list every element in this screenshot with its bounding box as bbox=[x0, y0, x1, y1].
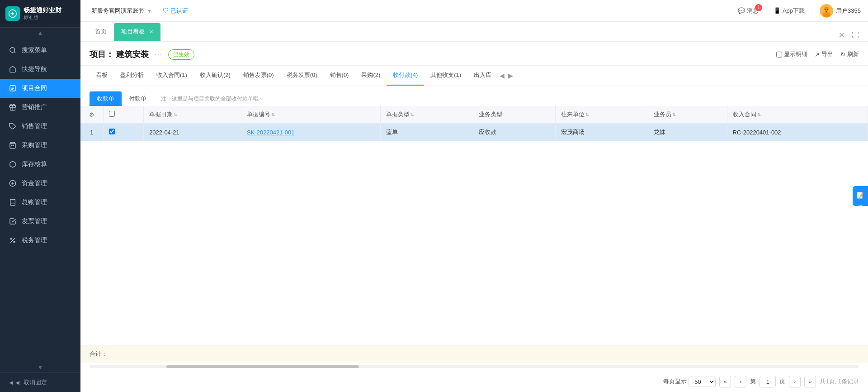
sub-tab-kanban[interactable]: 看板 bbox=[90, 66, 114, 86]
cell-number[interactable]: SK-20220421-001 bbox=[241, 124, 381, 141]
sidebar-item-finance[interactable]: 资金管理 bbox=[0, 174, 80, 193]
project-more-btn[interactable]: ··· bbox=[154, 50, 163, 58]
sub-tab-other-expense[interactable]: 其他收支(1) bbox=[424, 66, 467, 86]
scrollbar-row bbox=[80, 363, 868, 371]
tab-close-icon[interactable]: ✕ bbox=[149, 29, 153, 34]
prev-page-btn[interactable]: ‹ bbox=[735, 376, 746, 387]
page-size-dropdown[interactable]: 50 100 200 bbox=[689, 377, 716, 387]
sub-tab-income-contract[interactable]: 收入合同(1) bbox=[150, 66, 193, 86]
sub-tab-purchase[interactable]: 采购(2) bbox=[355, 66, 387, 86]
sub-tab-prev-arrow[interactable]: ◀ bbox=[498, 68, 506, 83]
th-type[interactable]: 单据类型⇅ bbox=[380, 106, 473, 124]
sub-tab-sales-invoice[interactable]: 销售发票(0) bbox=[237, 66, 280, 86]
export-btn[interactable]: ↗ 导出 bbox=[815, 50, 833, 58]
percent-icon bbox=[8, 236, 17, 245]
page-input[interactable] bbox=[760, 376, 776, 387]
table-container[interactable]: ⚙ 单据日期⇅ 单据编号⇅ bbox=[80, 106, 868, 345]
sidebar-item-invoice[interactable]: 发票管理 bbox=[0, 212, 80, 231]
th-date[interactable]: 单据日期⇅ bbox=[144, 106, 241, 124]
prev-page-icon: ‹ bbox=[740, 378, 741, 385]
sidebar-item-quicknav[interactable]: 快捷导航 bbox=[0, 60, 80, 79]
sidebar-item-search[interactable]: 搜索菜单 bbox=[0, 41, 80, 60]
tab-close-window-btn[interactable]: ✕ bbox=[837, 29, 846, 41]
show-detail-checkbox[interactable]: 显示明细 bbox=[776, 50, 807, 58]
message-btn[interactable]: 💬 消息 1 bbox=[738, 7, 759, 15]
sidebar-item-ledger[interactable]: 总账管理 bbox=[0, 193, 80, 212]
horizontal-scrollbar[interactable] bbox=[90, 365, 859, 368]
app-download-btn[interactable]: 📱 App下载 bbox=[774, 7, 805, 15]
pagination: 每页显示 50 100 200 « ‹ 第 bbox=[80, 371, 868, 392]
svg-point-15 bbox=[825, 9, 826, 10]
total-label: 合计： bbox=[90, 350, 107, 357]
sidebar-item-sales[interactable]: 销售管理 bbox=[0, 117, 80, 136]
sidebar-unpin-btn[interactable]: ◄◄ 取消固定 bbox=[0, 373, 80, 392]
table-row[interactable]: 1 2022-04-21 SK-20220421-001 蓝单 应收款 bbox=[80, 124, 868, 141]
refresh-icon: ↻ bbox=[840, 51, 845, 58]
page-wrapper: 项目： 建筑安装 ··· 已生效 显示明细 ↗ 导出 ↻ bbox=[80, 42, 868, 392]
mobile-icon: 📱 bbox=[774, 7, 781, 14]
tab-project-board[interactable]: 项目看板 ✕ bbox=[114, 23, 160, 41]
scrollbar-thumb[interactable] bbox=[166, 365, 359, 368]
th-income-contract[interactable]: 收入合同⇅ bbox=[727, 106, 868, 124]
sub-tab-receipt[interactable]: 收付款(4) bbox=[387, 66, 424, 86]
topbar-right: 💬 消息 1 📱 App下载 bbox=[738, 4, 861, 18]
sidebar-item-tax[interactable]: 税务管理 bbox=[0, 231, 80, 250]
account-dropdown-icon: ▼ bbox=[147, 8, 152, 14]
home-icon bbox=[8, 65, 17, 74]
first-page-btn[interactable]: « bbox=[719, 376, 731, 387]
page-label: 第 bbox=[750, 378, 756, 386]
settings-icon[interactable]: ⚙ bbox=[89, 111, 94, 118]
sub-tab-tax-invoice[interactable]: 税务发票(0) bbox=[280, 66, 324, 86]
contract-icon bbox=[8, 84, 17, 93]
feedback-btn[interactable]: 📝 意见反馈 bbox=[853, 186, 868, 206]
inner-tab-payment[interactable]: 付款单 bbox=[122, 91, 154, 106]
show-detail-label: 显示明细 bbox=[784, 50, 807, 58]
sidebar-item-inventory[interactable]: 库存核算 bbox=[0, 155, 80, 174]
tab-home[interactable]: 首页 bbox=[88, 23, 114, 41]
th-number[interactable]: 单据编号⇅ bbox=[241, 106, 381, 124]
sub-tab-sales[interactable]: 销售(0) bbox=[324, 66, 355, 86]
book-icon bbox=[8, 198, 17, 207]
app-edition: 标准版 bbox=[24, 14, 61, 21]
table-header-row: ⚙ 单据日期⇅ 单据编号⇅ bbox=[80, 106, 868, 124]
sidebar-item-purchase[interactable]: 采购管理 bbox=[0, 136, 80, 155]
inner-tabs: 收款单 付款单 注：这里是与项目关联的全部收付款单哦～ bbox=[80, 86, 868, 106]
project-label: 项目： bbox=[90, 50, 114, 59]
refresh-btn[interactable]: ↻ 刷新 bbox=[840, 50, 859, 58]
project-header-actions: 显示明细 ↗ 导出 ↻ 刷新 bbox=[776, 50, 859, 58]
sidebar-scroll-up[interactable]: ▲ bbox=[0, 28, 80, 38]
last-page-btn[interactable]: » bbox=[804, 376, 816, 387]
sidebar-item-label: 税务管理 bbox=[22, 236, 47, 244]
th-salesman[interactable]: 业务员⇅ bbox=[648, 106, 727, 124]
sidebar-item-label: 搜索菜单 bbox=[22, 46, 47, 54]
th-partner[interactable]: 往来单位⇅ bbox=[555, 106, 648, 124]
sub-tab-profit[interactable]: 盈利分析 bbox=[114, 66, 150, 86]
account-selector[interactable]: 新服务官网演示账套 ▼ bbox=[88, 5, 156, 17]
sidebar-nav: 搜索菜单 快捷导航 项目合同 营销推广 销售管理 bbox=[0, 38, 80, 362]
inner-tab-payment-label: 付款单 bbox=[129, 95, 146, 102]
cell-date: 2022-04-21 bbox=[144, 124, 241, 141]
cell-partner: 宏茂商场 bbox=[555, 124, 648, 141]
sidebar-item-label: 总账管理 bbox=[22, 198, 47, 206]
sub-tab-next-arrow[interactable]: ▶ bbox=[506, 68, 515, 83]
sub-tab-warehouse[interactable]: 出入库 bbox=[467, 66, 498, 86]
user-area[interactable]: 用户3355 bbox=[820, 4, 861, 18]
sidebar-item-label: 营销推广 bbox=[22, 103, 47, 111]
cell-type: 蓝单 bbox=[380, 124, 473, 141]
document-number-link[interactable]: SK-20220421-001 bbox=[247, 129, 295, 136]
next-page-btn[interactable]: › bbox=[789, 376, 801, 387]
page-size-label: 每页显示 bbox=[663, 378, 687, 386]
next-page-icon: › bbox=[794, 378, 796, 385]
tab-maximize-btn[interactable]: ⛶ bbox=[850, 29, 861, 41]
th-settings[interactable]: ⚙ bbox=[80, 106, 103, 124]
sidebar-scroll-down[interactable]: ▼ bbox=[0, 362, 80, 373]
row-checkbox[interactable] bbox=[109, 129, 115, 134]
select-all-checkbox[interactable] bbox=[109, 111, 115, 117]
sidebar-item-marketing[interactable]: 营销推广 bbox=[0, 98, 80, 117]
sub-tab-income-confirm[interactable]: 收入确认(2) bbox=[193, 66, 237, 86]
show-detail-input[interactable] bbox=[776, 52, 782, 57]
inner-tab-receipt[interactable]: 收款单 bbox=[90, 91, 122, 106]
cell-checkbox[interactable] bbox=[103, 124, 144, 141]
sidebar-item-contract[interactable]: 项目合同 bbox=[0, 79, 80, 98]
search-icon bbox=[8, 46, 17, 55]
